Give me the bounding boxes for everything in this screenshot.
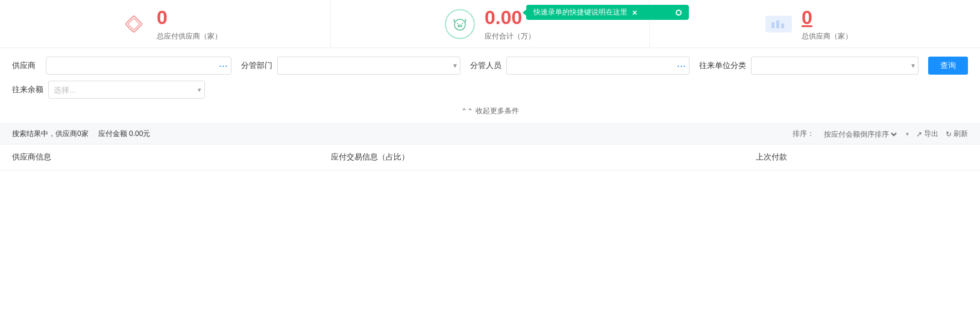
total-suppliers-icon-area — [765, 16, 792, 33]
unit-category-chevron-icon[interactable]: ▾ — [911, 61, 915, 70]
export-icon: ↗ — [916, 130, 922, 138]
filter-area: 供应商 ··· 分管部门 ▾ 分管人员 ··· 往来单位分类 — [0, 48, 980, 124]
person-label: 分管人员 — [470, 60, 501, 71]
refresh-button[interactable]: ↻ 刷新 — [946, 129, 968, 139]
results-summary-text: 搜索结果中，供应商0家 — [12, 129, 89, 139]
supplier-dots-icon[interactable]: ··· — [219, 60, 228, 72]
sort-select[interactable]: 按应付会额倒序排序 — [821, 129, 899, 139]
balance-select[interactable]: 选择... — [48, 81, 205, 99]
summary-section-total-suppliers: 0 总供应商（家） — [650, 0, 968, 48]
collapse-button[interactable]: ⌃⌃ 收起更多条件 — [454, 105, 526, 117]
total-suppliers-info: 0 总供应商（家） — [802, 6, 852, 42]
department-input-wrapper: ▾ — [277, 57, 460, 75]
tooltip-close-btn[interactable]: × — [632, 8, 637, 17]
balance-label: 往来余额 — [12, 84, 43, 95]
supplier-input[interactable] — [46, 57, 231, 75]
collapse-label: 收起更多条件 — [476, 106, 519, 116]
svg-point-6 — [459, 26, 459, 26]
collapse-row: ⌃⌃ 收起更多条件 — [12, 105, 968, 117]
svg-point-7 — [461, 26, 462, 26]
svg-rect-9 — [776, 20, 779, 28]
results-actions: 排序： 按应付会额倒序排序 ▾ ↗ 导出 ↻ 刷新 — [793, 129, 968, 139]
col-header-lastpay: 上次付款 — [756, 152, 968, 163]
sort-label: 排序： — [793, 129, 814, 139]
department-chevron-icon[interactable]: ▾ — [453, 61, 457, 70]
filter-supplier: 供应商 ··· — [12, 57, 231, 75]
svg-point-4 — [462, 23, 463, 24]
unit-category-input-wrapper: ▾ — [751, 57, 919, 75]
person-input-wrapper: ··· — [506, 57, 689, 75]
payable-suppliers-info: 0 总应付供应商（家） — [157, 6, 222, 42]
table-area: 供应商信息 应付交易信息（占比） 上次付款 — [0, 144, 980, 291]
export-button[interactable]: ↗ 导出 — [916, 129, 938, 139]
diamond-icon — [121, 11, 147, 37]
filter-person: 分管人员 ··· — [470, 57, 689, 75]
payable-suppliers-label: 总应付供应商（家） — [157, 31, 222, 42]
balance-select-wrapper: 选择... ▾ — [48, 81, 205, 99]
tooltip-dot — [676, 10, 682, 16]
unit-category-label: 往来单位分类 — [699, 60, 746, 71]
filter-balance: 往来余额 选择... ▾ — [12, 81, 205, 99]
payable-suppliers-number: 0 — [157, 6, 222, 29]
svg-point-3 — [457, 23, 458, 24]
supplier-label: 供应商 — [12, 60, 41, 71]
refresh-label: 刷新 — [953, 129, 968, 139]
query-button[interactable]: 查询 — [928, 57, 968, 75]
tooltip-bubble: 快速录单的快捷键说明在这里 × — [526, 5, 689, 20]
chart-icon — [765, 16, 792, 33]
filter-unit-category: 往来单位分类 ▾ — [699, 57, 919, 75]
col-header-transaction: 应付交易信息（占比） — [331, 152, 756, 163]
filter-row-1: 供应商 ··· 分管部门 ▾ 分管人员 ··· 往来单位分类 — [12, 57, 968, 75]
export-label: 导出 — [924, 129, 938, 139]
pig-icon — [445, 9, 475, 39]
person-dots-icon[interactable]: ··· — [677, 60, 686, 72]
summary-section-payable-suppliers: 0 总应付供应商（家） — [12, 0, 331, 48]
svg-rect-10 — [781, 23, 784, 28]
filter-row-2: 往来余额 选择... ▾ — [12, 81, 205, 99]
tooltip-text: 快速录单的快捷键说明在这里 — [533, 7, 627, 17]
total-suppliers-label: 总供应商（家） — [802, 31, 852, 42]
collapse-up-icon: ⌃⌃ — [461, 107, 473, 116]
department-input[interactable] — [277, 57, 460, 75]
filter-department: 分管部门 ▾ — [241, 57, 460, 75]
unit-category-input[interactable] — [751, 57, 919, 75]
col-header-supplier: 供应商信息 — [12, 152, 331, 163]
results-info: 搜索结果中，供应商0家 应付金额 0.00元 — [12, 129, 150, 139]
results-bar: 搜索结果中，供应商0家 应付金额 0.00元 排序： 按应付会额倒序排序 ▾ ↗… — [0, 124, 980, 144]
summary-bar: 0 总应付供应商（家） 0.00 应付合计（万） 快速录单的快捷键说明在这里 — [0, 0, 980, 48]
results-amount-text: 应付金额 0.00元 — [98, 129, 151, 139]
table-body — [0, 170, 980, 291]
person-input[interactable] — [506, 57, 689, 75]
refresh-icon: ↻ — [946, 130, 952, 138]
sort-chevron-icon: ▾ — [906, 131, 909, 137]
tooltip-line — [642, 12, 666, 13]
department-label: 分管部门 — [241, 60, 272, 71]
payable-total-label: 应付合计（万） — [485, 31, 535, 42]
svg-rect-8 — [771, 22, 774, 28]
summary-section-payable-total: 0.00 应付合计（万） 快速录单的快捷键说明在这里 × — [331, 0, 650, 48]
total-suppliers-number: 0 — [802, 6, 852, 29]
table-header: 供应商信息 应付交易信息（占比） 上次付款 — [0, 144, 980, 170]
supplier-input-wrapper: ··· — [46, 57, 231, 75]
